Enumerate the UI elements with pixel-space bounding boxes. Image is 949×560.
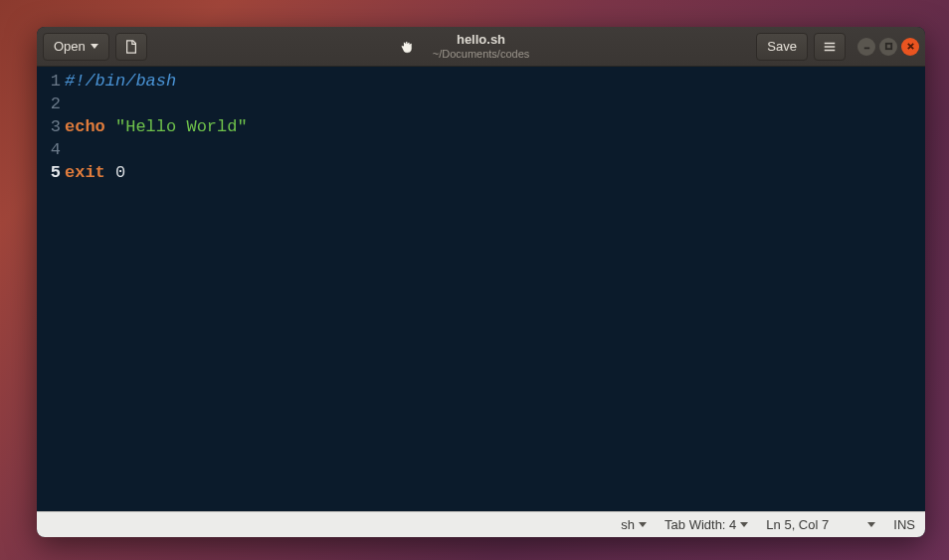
line-number-gutter: 12345	[37, 67, 63, 511]
tab-width-selector[interactable]: Tab Width: 4	[664, 517, 748, 532]
insert-mode-indicator[interactable]: INS	[893, 517, 915, 532]
editor-area[interactable]: 12345 #!/bin/bashecho "Hello World"exit …	[37, 67, 925, 511]
code-line[interactable]	[65, 138, 925, 161]
save-button[interactable]: Save	[756, 33, 808, 61]
editor-window: Open hello.sh ~/Documents/codes Save	[37, 27, 925, 537]
new-document-icon	[124, 40, 138, 54]
line-number: 5	[37, 161, 61, 184]
new-document-button[interactable]	[115, 33, 147, 61]
minimize-button[interactable]	[857, 38, 875, 56]
line-number: 2	[37, 93, 61, 115]
language-selector[interactable]: sh	[621, 517, 647, 532]
hamburger-icon	[823, 40, 837, 54]
maximize-button[interactable]	[879, 38, 897, 56]
grab-cursor-icon	[398, 37, 418, 57]
chevron-down-icon	[639, 522, 647, 527]
maximize-icon	[884, 42, 893, 51]
code-content[interactable]: #!/bin/bashecho "Hello World"exit 0	[63, 67, 925, 511]
minimize-icon	[862, 42, 871, 51]
insert-mode-label: INS	[893, 517, 915, 532]
hamburger-menu-button[interactable]	[814, 33, 846, 61]
chevron-down-icon	[740, 522, 748, 527]
line-number: 3	[37, 115, 61, 138]
open-button-label: Open	[54, 39, 86, 54]
window-subtitle: ~/Documents/codes	[433, 48, 530, 60]
chevron-down-icon	[867, 522, 875, 527]
line-number: 1	[37, 70, 61, 93]
titlebar: Open hello.sh ~/Documents/codes Save	[37, 27, 925, 67]
tab-width-label: Tab Width: 4	[664, 517, 736, 532]
code-line[interactable]	[65, 93, 925, 115]
cursor-position-label: Ln 5, Col 7	[766, 517, 829, 532]
window-title: hello.sh	[433, 33, 530, 47]
title-area: hello.sh ~/Documents/codes	[433, 33, 530, 59]
chevron-down-icon	[91, 44, 98, 49]
close-button[interactable]	[901, 38, 919, 56]
code-line[interactable]: #!/bin/bash	[65, 70, 925, 93]
code-line[interactable]: exit 0	[65, 161, 925, 184]
svg-rect-0	[885, 44, 890, 49]
open-button[interactable]: Open	[43, 33, 109, 61]
save-button-label: Save	[767, 39, 797, 54]
language-label: sh	[621, 517, 635, 532]
cursor-position-selector[interactable]: Ln 5, Col 7	[766, 517, 875, 532]
line-number: 4	[37, 138, 61, 161]
code-line[interactable]: echo "Hello World"	[65, 115, 925, 138]
close-icon	[906, 42, 915, 51]
statusbar: sh Tab Width: 4 Ln 5, Col 7 INS	[37, 511, 925, 537]
